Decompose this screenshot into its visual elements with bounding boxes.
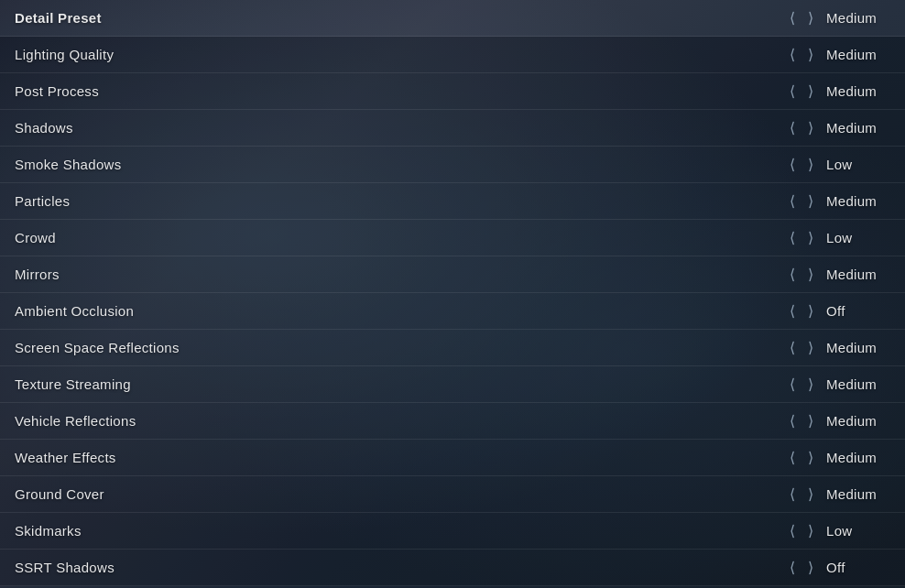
arrows-group-ambient-occlusion: ⟨⟩ — [784, 303, 819, 320]
right-arrow-skidmarks[interactable]: ⟩ — [802, 523, 819, 539]
left-arrow-screen-space-reflections[interactable]: ⟨ — [784, 340, 801, 356]
arrows-group-skidmarks: ⟨⟩ — [784, 523, 819, 539]
setting-row-particles[interactable]: Particles⟨⟩Medium — [0, 183, 905, 220]
setting-value-particles: Medium — [826, 193, 890, 209]
arrows-group-particles: ⟨⟩ — [784, 193, 819, 210]
setting-row-vehicle-reflections[interactable]: Vehicle Reflections⟨⟩Medium — [0, 403, 905, 440]
right-arrow-texture-streaming[interactable]: ⟩ — [802, 376, 819, 393]
setting-control-mirrors: ⟨⟩Medium — [784, 267, 890, 283]
right-arrow-mirrors[interactable]: ⟩ — [802, 267, 819, 283]
right-arrow-particles[interactable]: ⟩ — [802, 193, 819, 210]
setting-label-weather-effects: Weather Effects — [15, 450, 116, 465]
left-arrow-post-process[interactable]: ⟨ — [784, 83, 801, 100]
right-arrow-weather-effects[interactable]: ⟩ — [802, 450, 819, 466]
setting-label-shadows: Shadows — [15, 120, 73, 136]
setting-row-ambient-occlusion[interactable]: Ambient Occlusion⟨⟩Off — [0, 293, 905, 330]
arrows-group-texture-streaming: ⟨⟩ — [784, 376, 819, 393]
left-arrow-ssrt-shadows[interactable]: ⟨ — [784, 560, 801, 576]
left-arrow-lighting-quality[interactable]: ⟨ — [784, 47, 801, 63]
setting-label-smoke-shadows: Smoke Shadows — [15, 157, 121, 172]
setting-value-ground-cover: Medium — [826, 486, 890, 502]
setting-value-weather-effects: Medium — [826, 450, 890, 465]
setting-row-mirrors[interactable]: Mirrors⟨⟩Medium — [0, 256, 905, 293]
right-arrow-ground-cover[interactable]: ⟩ — [802, 486, 819, 503]
setting-label-ambient-occlusion: Ambient Occlusion — [15, 303, 134, 319]
arrows-group-detail-preset: ⟨⟩ — [784, 10, 819, 27]
left-arrow-crowd[interactable]: ⟨ — [784, 230, 801, 246]
left-arrow-mirrors[interactable]: ⟨ — [784, 267, 801, 283]
setting-label-lighting-quality: Lighting Quality — [15, 47, 114, 62]
left-arrow-detail-preset[interactable]: ⟨ — [784, 10, 801, 27]
setting-value-skidmarks: Low — [826, 523, 890, 539]
setting-row-detail-preset[interactable]: Detail Preset⟨⟩Medium — [0, 0, 905, 37]
right-arrow-post-process[interactable]: ⟩ — [802, 83, 819, 100]
left-arrow-vehicle-reflections[interactable]: ⟨ — [784, 413, 801, 430]
setting-value-ambient-occlusion: Off — [826, 303, 890, 319]
setting-label-screen-space-reflections: Screen Space Reflections — [15, 340, 180, 355]
left-arrow-particles[interactable]: ⟨ — [784, 193, 801, 210]
setting-control-post-process: ⟨⟩Medium — [784, 83, 890, 100]
setting-label-texture-streaming: Texture Streaming — [15, 376, 131, 392]
arrows-group-ssrt-shadows: ⟨⟩ — [784, 560, 819, 576]
arrows-group-weather-effects: ⟨⟩ — [784, 450, 819, 466]
setting-control-vehicle-reflections: ⟨⟩Medium — [784, 413, 890, 430]
setting-row-skidmarks[interactable]: Skidmarks⟨⟩Low — [0, 513, 905, 550]
setting-label-crowd: Crowd — [15, 230, 56, 245]
setting-row-screen-space-reflections[interactable]: Screen Space Reflections⟨⟩Medium — [0, 330, 905, 366]
left-arrow-texture-streaming[interactable]: ⟨ — [784, 376, 801, 393]
arrows-group-crowd: ⟨⟩ — [784, 230, 819, 246]
setting-value-post-process: Medium — [826, 83, 890, 99]
left-arrow-shadows[interactable]: ⟨ — [784, 120, 801, 136]
setting-label-skidmarks: Skidmarks — [15, 523, 82, 539]
setting-control-detail-preset: ⟨⟩Medium — [784, 10, 890, 27]
right-arrow-ambient-occlusion[interactable]: ⟩ — [802, 303, 819, 320]
arrows-group-ground-cover: ⟨⟩ — [784, 486, 819, 503]
setting-control-ssrt-shadows: ⟨⟩Off — [784, 560, 890, 576]
setting-value-detail-preset: Medium — [826, 10, 890, 26]
setting-control-lighting-quality: ⟨⟩Medium — [784, 47, 890, 63]
setting-value-mirrors: Medium — [826, 267, 890, 282]
right-arrow-crowd[interactable]: ⟩ — [802, 230, 819, 246]
right-arrow-detail-preset[interactable]: ⟩ — [802, 10, 819, 27]
setting-row-ground-cover[interactable]: Ground Cover⟨⟩Medium — [0, 476, 905, 513]
setting-value-screen-space-reflections: Medium — [826, 340, 890, 355]
setting-row-shadows[interactable]: Shadows⟨⟩Medium — [0, 110, 905, 147]
setting-value-lighting-quality: Medium — [826, 47, 890, 62]
left-arrow-skidmarks[interactable]: ⟨ — [784, 523, 801, 539]
setting-control-texture-streaming: ⟨⟩Medium — [784, 376, 890, 393]
arrows-group-screen-space-reflections: ⟨⟩ — [784, 340, 819, 356]
right-arrow-smoke-shadows[interactable]: ⟩ — [802, 157, 819, 173]
setting-value-smoke-shadows: Low — [826, 157, 890, 172]
setting-value-crowd: Low — [826, 230, 890, 245]
setting-value-vehicle-reflections: Medium — [826, 413, 890, 429]
right-arrow-lighting-quality[interactable]: ⟩ — [802, 47, 819, 63]
right-arrow-vehicle-reflections[interactable]: ⟩ — [802, 413, 819, 430]
setting-label-post-process: Post Process — [15, 83, 99, 99]
setting-row-ssrt-shadows[interactable]: SSRT Shadows⟨⟩Off — [0, 550, 905, 586]
setting-value-texture-streaming: Medium — [826, 376, 890, 392]
right-arrow-screen-space-reflections[interactable]: ⟩ — [802, 340, 819, 356]
setting-row-texture-streaming[interactable]: Texture Streaming⟨⟩Medium — [0, 366, 905, 403]
left-arrow-ground-cover[interactable]: ⟨ — [784, 486, 801, 503]
setting-row-post-process[interactable]: Post Process⟨⟩Medium — [0, 73, 905, 110]
setting-row-weather-effects[interactable]: Weather Effects⟨⟩Medium — [0, 440, 905, 476]
arrows-group-vehicle-reflections: ⟨⟩ — [784, 413, 819, 430]
setting-row-lighting-quality[interactable]: Lighting Quality⟨⟩Medium — [0, 37, 905, 73]
setting-control-screen-space-reflections: ⟨⟩Medium — [784, 340, 890, 356]
setting-row-crowd[interactable]: Crowd⟨⟩Low — [0, 220, 905, 256]
left-arrow-weather-effects[interactable]: ⟨ — [784, 450, 801, 466]
setting-label-ssrt-shadows: SSRT Shadows — [15, 560, 114, 575]
left-arrow-ambient-occlusion[interactable]: ⟨ — [784, 303, 801, 320]
settings-panel: Detail Preset⟨⟩MediumLighting Quality⟨⟩M… — [0, 0, 905, 588]
arrows-group-mirrors: ⟨⟩ — [784, 267, 819, 283]
setting-control-ambient-occlusion: ⟨⟩Off — [784, 303, 890, 320]
right-arrow-shadows[interactable]: ⟩ — [802, 120, 819, 136]
setting-control-smoke-shadows: ⟨⟩Low — [784, 157, 890, 173]
setting-value-ssrt-shadows: Off — [826, 560, 890, 575]
left-arrow-smoke-shadows[interactable]: ⟨ — [784, 157, 801, 173]
right-arrow-ssrt-shadows[interactable]: ⟩ — [802, 560, 819, 576]
arrows-group-post-process: ⟨⟩ — [784, 83, 819, 100]
setting-value-shadows: Medium — [826, 120, 890, 136]
arrows-group-smoke-shadows: ⟨⟩ — [784, 157, 819, 173]
setting-row-smoke-shadows[interactable]: Smoke Shadows⟨⟩Low — [0, 147, 905, 183]
